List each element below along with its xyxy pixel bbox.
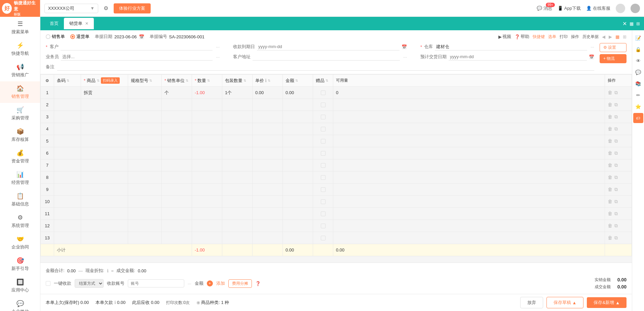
layout-icon-1[interactable]: ▦ [630, 21, 634, 26]
save-new-button[interactable]: 保存&新增 ▲ [587, 297, 627, 308]
delivery-date-input[interactable] [449, 53, 587, 61]
select-btn[interactable]: 选单 [548, 34, 556, 40]
add-payment-button[interactable]: + [207, 280, 213, 286]
shortcut-btn[interactable]: 快捷键 [533, 34, 545, 40]
one-click-payment-cb[interactable] [46, 281, 50, 286]
delete-icon[interactable]: 🗑 [608, 114, 612, 120]
help-btn[interactable]: ❓ 帮助 [515, 34, 529, 40]
copy-icon[interactable]: ⧉ [614, 223, 618, 229]
copy-icon[interactable]: ⧉ [614, 187, 618, 192]
expense-info-icon[interactable]: ❓ [255, 281, 261, 286]
radio-return[interactable]: 退货单 [70, 34, 89, 40]
tab-sales-order[interactable]: 销货单 ✕ [64, 18, 94, 29]
rp-edit-icon[interactable]: 📝 [633, 33, 643, 43]
message-button[interactable]: 💬 消息 99+ [537, 5, 552, 11]
delete-icon[interactable]: 🗑 [608, 235, 612, 241]
rp-eye-icon[interactable]: 👁 [633, 56, 643, 66]
sidebar-item-guide[interactable]: 🎯 新手引导 [0, 254, 40, 275]
grid-icon[interactable]: ▦ [615, 34, 619, 39]
warehouse-dots[interactable]: ··· [591, 44, 594, 49]
next-icon[interactable]: ▶ [609, 34, 612, 39]
calc-method-select[interactable]: 结算方式 [75, 279, 104, 288]
warehouse-input[interactable] [435, 43, 587, 50]
trial-button[interactable]: 体验行业方案 [114, 3, 151, 13]
copy-icon[interactable]: ⧉ [614, 102, 618, 108]
cell-product[interactable]: 拆贡 [81, 87, 128, 99]
video-btn[interactable]: ▶ 视频 [498, 34, 511, 40]
delete-icon[interactable]: 🗑 [608, 162, 612, 168]
company-selector[interactable]: XXXXXX公司 ▼ [44, 4, 98, 13]
settings-button[interactable]: ⚙ 设置 [600, 43, 627, 52]
sidebar-item-search[interactable]: ☰ 搜索菜单 [0, 17, 40, 38]
discount-info-icon[interactable]: ℹ [107, 268, 109, 273]
scan-button[interactable]: 扫码录入 [101, 77, 120, 84]
rp-pen-icon[interactable]: ✏ [633, 90, 643, 100]
delete-icon[interactable]: 🗑 [608, 150, 612, 156]
layout-icon-2[interactable]: ⊞ [636, 21, 640, 26]
salesperson-dots[interactable]: ··· [216, 54, 220, 60]
save-draft-button[interactable]: 保存草稿 ▲ [546, 297, 584, 308]
remarks-input[interactable] [57, 63, 594, 71]
price-info-icon[interactable]: ℹ [265, 78, 267, 83]
sidebar-item-marketing[interactable]: 📢 营销推广 [0, 60, 40, 81]
sidebar-item-wechat[interactable]: 💬 企业微信 [0, 297, 40, 311]
cell-pkg-qty[interactable]: 1个 [222, 87, 253, 99]
copy-icon[interactable]: ⧉ [614, 235, 618, 241]
print-btn[interactable]: 打印 [560, 34, 568, 40]
list-icon[interactable]: ⊞ [623, 34, 627, 39]
sidebar-item-finance[interactable]: 💰 资金管理 [0, 146, 40, 167]
copy-icon[interactable]: ⧉ [614, 174, 618, 180]
cell-barcode[interactable] [54, 87, 81, 99]
app-download-button[interactable]: 📱 App下载 [558, 5, 581, 11]
rp-lock-icon[interactable]: 🔒 [633, 44, 643, 54]
bank-account-input[interactable] [128, 279, 184, 287]
online-service-button[interactable]: 👤 在线客服 [586, 5, 610, 11]
customer-addr-input[interactable] [253, 53, 400, 61]
tab-close-icon[interactable]: ✕ [85, 21, 88, 26]
delete-icon[interactable]: 🗑 [608, 90, 612, 95]
total-owed-info[interactable]: ℹ [114, 300, 116, 305]
customer-input[interactable] [61, 43, 213, 50]
calendar-icon-delivery[interactable]: 📅 [589, 54, 594, 60]
radio-sales[interactable]: 销售单 [46, 34, 65, 40]
delete-icon[interactable]: 🗑 [608, 223, 612, 229]
rp-star-icon[interactable]: ⭐ [633, 102, 643, 112]
copy-icon[interactable]: ⧉ [614, 150, 618, 156]
cell-gift[interactable] [313, 87, 333, 99]
copy-icon[interactable]: ⧉ [614, 126, 618, 132]
copy-icon[interactable]: ⧉ [614, 211, 618, 217]
sidebar-item-enterprise[interactable]: 🤝 企业协同 [0, 232, 40, 254]
calendar-icon-payment[interactable]: 📅 [402, 44, 407, 49]
delete-icon[interactable]: 🗑 [608, 138, 612, 144]
sidebar-item-quicknav[interactable]: ⚡ 快捷导航 [0, 38, 40, 60]
user-avatar[interactable] [616, 4, 625, 13]
addr-dots[interactable]: ··· [403, 54, 407, 60]
copy-icon[interactable]: ⧉ [614, 90, 618, 95]
copy-icon[interactable]: ⧉ [614, 162, 618, 168]
tab-home[interactable]: 首页 [44, 18, 64, 29]
expense-split-button[interactable]: 费用分摊 [228, 279, 252, 288]
sidebar-item-baseinfo[interactable]: 📋 基础信息 [0, 189, 40, 210]
rp-book-icon[interactable]: 📚 [633, 79, 643, 89]
delete-icon[interactable]: 🗑 [608, 187, 612, 192]
abandon-button[interactable]: 放弃 [520, 297, 543, 308]
logistics-button[interactable]: + 物流 [600, 54, 627, 63]
cell-unit-price[interactable]: 0.00 [253, 87, 283, 99]
sidebar-item-operations[interactable]: 📊 经营管理 [0, 167, 40, 189]
delete-icon[interactable]: 🗑 [608, 126, 612, 132]
sidebar-item-inventory[interactable]: 📦 库存核算 [0, 124, 40, 146]
delete-icon[interactable]: 🗑 [608, 211, 612, 217]
salesperson-input[interactable] [61, 53, 213, 61]
copy-icon[interactable]: ⧉ [614, 114, 618, 120]
cell-amount[interactable]: 0.00 [283, 87, 313, 99]
delete-icon[interactable]: 🗑 [608, 174, 612, 180]
operation-btn[interactable]: 操作 [571, 34, 579, 40]
cell-spec[interactable] [128, 87, 162, 99]
copy-icon[interactable]: ⧉ [614, 138, 618, 144]
copy-icon[interactable]: ⧉ [614, 199, 618, 204]
sidebar-item-sales[interactable]: 🏠 销售管理 [0, 81, 40, 103]
sidebar-item-system[interactable]: ⚙ 系统管理 [0, 210, 40, 232]
rp-tag-icon[interactable]: 🏷 [633, 113, 643, 123]
dots-icon[interactable]: ··· [188, 281, 191, 286]
history-btn[interactable]: 历史单据 [582, 34, 599, 40]
